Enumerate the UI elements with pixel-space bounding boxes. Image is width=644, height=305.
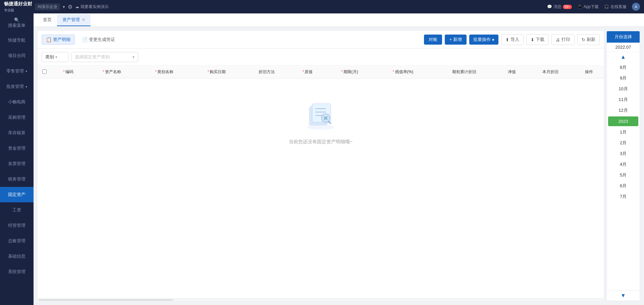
month-item-9[interactable]: 9月 [607, 73, 640, 84]
sidebar: 🔍 搜索菜单 快捷导航 项目合同 零售管理 ▾ 批发管理 ▾ 小畅电商 采购管理… [0, 13, 34, 305]
import-button[interactable]: ⬆ 导入 [501, 34, 524, 45]
tab-close-icon[interactable]: ✕ [82, 17, 85, 22]
sidebar-item-quicknav[interactable]: 快捷导航 [0, 33, 34, 48]
scrollbar-thumb[interactable] [39, 299, 173, 301]
col-purchase-date: *购买日期 [191, 66, 243, 79]
sub-tab-detail[interactable]: 📋 资产明细 [42, 35, 75, 45]
month-item-8[interactable]: 8月 [607, 62, 640, 73]
refresh-button[interactable]: ↻ 刷新 [577, 34, 600, 45]
message-button[interactable]: 💬 消息 99+ [547, 4, 572, 10]
download-icon: ⬇ [531, 37, 534, 42]
sidebar-item-purchase[interactable]: 采购管理 [0, 110, 34, 125]
tab-home[interactable]: 首页 [38, 14, 57, 26]
sidebar-item-ecommerce[interactable]: 小畅电商 [0, 94, 34, 110]
empty-illustration [301, 99, 341, 132]
cloud-icon: ☁ [75, 4, 79, 9]
sidebar-item-tax[interactable]: 税务管理 [0, 171, 34, 187]
col-period: *期限(月) [325, 66, 374, 79]
batch-button[interactable]: 批量操作 ▾ [469, 35, 498, 45]
category-filter[interactable]: 类别 ▾ [42, 52, 68, 62]
sub-tab-voucher[interactable]: 📄 变更生成凭证 [77, 35, 119, 45]
month-item-2[interactable]: 2月 [607, 138, 640, 148]
month-up-button[interactable]: ▲ [619, 53, 628, 61]
sidebar-item-fixed-assets[interactable]: 固定资产 [0, 187, 34, 202]
filter-bar: 类别 ▾ 选择固定资产类别 ▾ [38, 49, 604, 66]
month-down-button[interactable]: ▼ [619, 292, 628, 299]
sidebar-item-wholesale[interactable]: 批发管理 ▾ [0, 79, 34, 94]
sidebar-item-salary[interactable]: 工资 [0, 202, 34, 218]
col-accumulated-dep: 期初累计折旧 [432, 66, 497, 79]
top-bar-left: 畅捷通好业财 专业版 AI演示企业 ▾ ⚙ ☁ 我要看实例演示 [4, 1, 109, 13]
col-net-value: 净值 [497, 66, 527, 79]
search-menu[interactable]: 🔍 搜索菜单 [0, 13, 34, 33]
month-item-4[interactable]: 4月 [607, 159, 640, 170]
content-area: 首页 资产管理 ✕ 📋 资产明细 📄 变更生成凭证 [34, 13, 644, 305]
month-panel-title: 月份选择 [607, 31, 640, 43]
sidebar-item-project[interactable]: 项目合同 [0, 48, 34, 63]
company-dropdown[interactable]: ▾ [63, 4, 65, 9]
page-content: 📋 资产明细 📄 变更生成凭证 对账 + 新增 批量操作 ▾ [34, 27, 644, 305]
retail-arrow-icon: ▾ [25, 69, 27, 73]
month-item-6[interactable]: 6月 [607, 181, 640, 191]
col-operation: 操作 [574, 66, 604, 79]
month-item-3[interactable]: 3月 [607, 148, 640, 159]
assets-table: *编码 *资产名称 *类别名称 *购买日期 折旧方法 *原值 *期限(月) *残… [38, 66, 604, 79]
category-dropdown-icon: ▾ [55, 55, 57, 59]
category-input[interactable]: 选择固定资产类别 ▾ [71, 52, 138, 62]
col-name: *资产名称 [86, 66, 138, 79]
app-logo: 畅捷通好业财 专业版 [4, 1, 32, 13]
table-container: *编码 *资产名称 *类别名称 *购买日期 折旧方法 *原值 *期限(月) *残… [38, 66, 604, 298]
refresh-icon: ↻ [582, 37, 585, 42]
match-button[interactable]: 对账 [424, 35, 442, 45]
sidebar-item-ledger[interactable]: 总账管理 [0, 233, 34, 249]
horizontal-scrollbar[interactable] [38, 298, 604, 301]
empty-message: 当前您还没有固定资产明细哦~ [289, 139, 353, 145]
col-residual-rate: *残值率(%) [374, 66, 432, 79]
top-bar: 畅捷通好业财 专业版 AI演示企业 ▾ ⚙ ☁ 我要看实例演示 💬 消息 99+… [0, 0, 644, 13]
settings-icon[interactable]: ⚙ [68, 4, 72, 10]
add-button[interactable]: + 新增 [445, 35, 467, 45]
demo-link[interactable]: ☁ 我要看实例演示 [75, 4, 109, 10]
user-avatar: A [632, 3, 640, 11]
col-original-value: *原值 [290, 66, 325, 79]
month-item-7[interactable]: 7月 [607, 191, 640, 202]
wholesale-arrow-icon: ▾ [25, 85, 27, 89]
month-item-12[interactable]: 12月 [607, 105, 640, 116]
selected-period: 2022.07 [615, 45, 631, 50]
select-all-checkbox[interactable] [42, 69, 47, 74]
col-code: *编码 [51, 66, 86, 79]
input-dropdown-icon: ▾ [132, 55, 135, 59]
month-item-10[interactable]: 10月 [607, 84, 640, 94]
empty-state: 当前您还没有固定资产明细哦~ [38, 79, 604, 165]
sidebar-item-inventory[interactable]: 库存核算 [0, 125, 34, 141]
print-icon: 🖨 [556, 37, 560, 42]
import-icon: ⬆ [505, 37, 509, 42]
tab-bar: 首页 资产管理 ✕ [34, 13, 644, 27]
year-badge-2023: 2023 [608, 116, 638, 126]
sidebar-item-finance[interactable]: 资金管理 [0, 141, 34, 156]
sidebar-item-operations[interactable]: 经营管理 [0, 218, 34, 233]
top-bar-right: 💬 消息 99+ 📱 App下载 🎧 在线客服 A [547, 3, 640, 11]
sidebar-item-basic-info[interactable]: 基础信息 [0, 249, 34, 264]
company-name[interactable]: AI演示企业 [35, 3, 60, 10]
main-layout: 🔍 搜索菜单 快捷导航 项目合同 零售管理 ▾ 批发管理 ▾ 小畅电商 采购管理… [0, 13, 644, 305]
main-panel: 📋 资产明细 📄 变更生成凭证 对账 + 新增 批量操作 ▾ [38, 31, 604, 301]
sidebar-item-invoice[interactable]: 发票管理 [0, 156, 34, 171]
sub-tabs: 📋 资产明细 📄 变更生成凭证 对账 + 新增 批量操作 ▾ [38, 31, 604, 49]
col-monthly-dep: 本月折旧 [527, 66, 574, 79]
app-download-button[interactable]: 📱 App下载 [577, 4, 599, 10]
headset-icon: 🎧 [604, 4, 609, 9]
col-category: *类别名称 [138, 66, 190, 79]
user-info[interactable]: A [632, 3, 640, 11]
month-item-11[interactable]: 11月 [607, 94, 640, 105]
download-button[interactable]: ⬇ 下载 [526, 34, 549, 45]
online-service-button[interactable]: 🎧 在线客服 [604, 4, 627, 10]
tab-assets[interactable]: 资产管理 ✕ [57, 14, 91, 26]
mobile-icon: 📱 [577, 4, 582, 9]
month-item-1[interactable]: 1月 [607, 127, 640, 138]
month-item-5[interactable]: 5月 [607, 170, 640, 181]
print-button[interactable]: 🖨 打印 [551, 34, 575, 45]
voucher-tab-icon: 📄 [82, 37, 88, 42]
sidebar-item-retail[interactable]: 零售管理 ▾ [0, 63, 34, 79]
sidebar-item-system[interactable]: 系统管理 [0, 264, 34, 279]
